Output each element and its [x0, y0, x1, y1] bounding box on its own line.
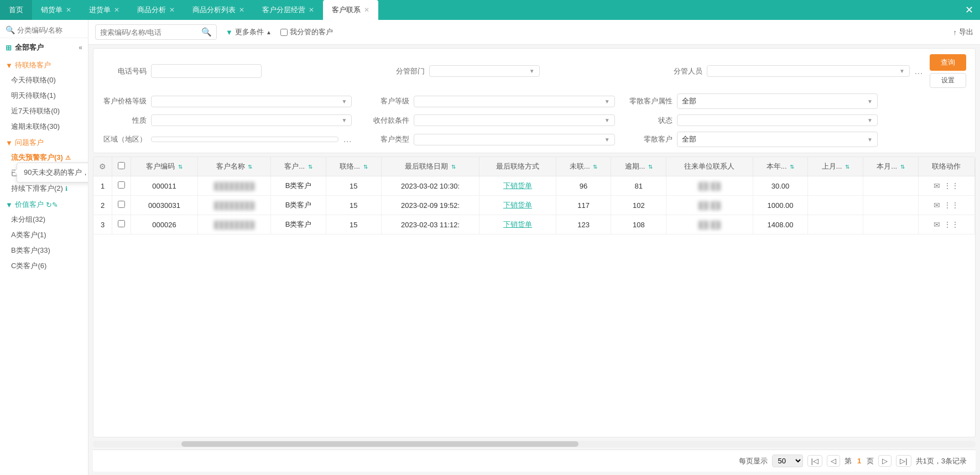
sidebar-item-ungroup[interactable]: 未分组(32): [0, 212, 88, 227]
row-last-way[interactable]: 下销货单: [479, 176, 556, 196]
region-select[interactable]: [151, 137, 338, 142]
payment-select[interactable]: ▼: [414, 114, 614, 126]
sidebar-collapse-btn[interactable]: «: [79, 44, 82, 51]
customer-type-select[interactable]: ▼: [414, 134, 614, 145]
tab-sales-close[interactable]: ✕: [66, 6, 71, 14]
my-customers-checkbox[interactable]: [280, 29, 288, 36]
col-settings[interactable]: ⚙: [93, 157, 112, 176]
next-page-btn[interactable]: ▷: [878, 455, 892, 467]
sidebar-item-declining[interactable]: 持续下滑客户(2) ℹ: [0, 181, 88, 196]
more-action-icon[interactable]: ⋮⋮: [943, 220, 959, 229]
col-type-header[interactable]: 客户... ⇅: [271, 157, 326, 176]
region-more-btn[interactable]: …: [343, 134, 352, 144]
row-select-checkbox[interactable]: [118, 201, 125, 208]
more-action-icon[interactable]: ⋮⋮: [943, 201, 959, 210]
last-way-link[interactable]: 下销货单: [503, 201, 532, 209]
sidebar-group-value[interactable]: ▼ 价值客户 ↻ ✎: [0, 196, 88, 212]
sidebar-item-7days[interactable]: 近7天待联络(0): [0, 103, 88, 119]
last-way-link[interactable]: 下销货单: [503, 181, 532, 190]
price-level-select[interactable]: ▼: [151, 96, 352, 107]
col-no-contact-header[interactable]: 未联... ⇅: [556, 157, 611, 176]
col-last-date-header[interactable]: 最后联络日期 ⇅: [381, 157, 479, 176]
dept-select[interactable]: ▼: [429, 65, 540, 77]
col-this-year-header[interactable]: 本年... ⇅: [753, 157, 808, 176]
settings-icon[interactable]: ⚙: [99, 162, 106, 171]
sidebar-item-c-class[interactable]: C类客户(6): [0, 258, 88, 274]
sidebar-root[interactable]: ⊞ 全部客户 «: [0, 38, 88, 57]
last-way-link[interactable]: 下销货单: [503, 220, 532, 228]
level-select[interactable]: ▼: [414, 96, 614, 107]
tab-customer-contact-close[interactable]: ✕: [364, 6, 369, 14]
row-checkbox[interactable]: [112, 215, 131, 234]
tab-home[interactable]: 首页: [0, 0, 32, 20]
col-unit-header[interactable]: 往来单位联系人: [666, 157, 753, 176]
sidebar-item-b-class[interactable]: B类客户(33): [0, 243, 88, 258]
tab-purchase[interactable]: 进货单 ✕: [80, 0, 128, 20]
pending-arrow-icon: ▼: [6, 61, 13, 70]
status-select[interactable]: ▼: [677, 114, 878, 126]
contact-action-icon[interactable]: ✉: [934, 181, 940, 190]
col-last-way-header[interactable]: 最后联络方式: [479, 157, 556, 176]
sidebar-group-problem[interactable]: ▼ 问题客户: [0, 134, 88, 150]
manager-select[interactable]: ▼: [707, 65, 910, 77]
row-checkbox[interactable]: [112, 196, 131, 215]
phone-input[interactable]: [151, 64, 262, 78]
row-last-way[interactable]: 下销货单: [479, 215, 556, 234]
edit-icon[interactable]: ✎: [52, 201, 58, 209]
search-icon-btn[interactable]: 🔍: [201, 27, 212, 37]
refresh-icon[interactable]: ↻: [46, 201, 52, 209]
table-scrollbar[interactable]: [93, 441, 976, 447]
settings-btn[interactable]: 设置: [930, 73, 966, 88]
sidebar-group-pending[interactable]: ▼ 待联络客户: [0, 57, 88, 72]
per-page-select[interactable]: 50 100: [772, 455, 803, 467]
row-index: 3: [93, 215, 112, 234]
col-overdue-header[interactable]: 逾期... ⇅: [611, 157, 666, 176]
sidebar-search-input[interactable]: [17, 26, 82, 34]
filter-btn[interactable]: ▼ 更多条件 ▲: [221, 25, 276, 39]
tab-purchase-close[interactable]: ✕: [114, 6, 119, 14]
col-contact-header[interactable]: 联络... ⇅: [326, 157, 381, 176]
tab-customer-layer-close[interactable]: ✕: [309, 6, 314, 14]
row-checkbox[interactable]: [112, 176, 131, 196]
my-customers-checkbox-wrap[interactable]: 我分管的客户: [280, 27, 333, 37]
table-scroll-thumb[interactable]: [181, 441, 578, 447]
prev-page-btn[interactable]: ◁: [827, 455, 840, 467]
col-this-month-header[interactable]: 本月... ⇅: [863, 157, 919, 176]
first-page-btn[interactable]: |◁: [807, 455, 822, 467]
select-all-checkbox[interactable]: [118, 162, 125, 169]
tab-goods-analysis[interactable]: 商品分析 ✕: [128, 0, 184, 20]
col-name-header[interactable]: 客户名称 ⇅: [197, 157, 270, 176]
col-last-month-header[interactable]: 上月... ⇅: [808, 157, 863, 176]
contact-action-icon[interactable]: ✉: [934, 220, 940, 229]
sidebar-item-today[interactable]: 今天待联络(0): [0, 72, 88, 88]
sidebar-item-a-class[interactable]: A类客户(1): [0, 227, 88, 243]
row-select-checkbox[interactable]: [118, 220, 125, 227]
tab-goods-analysis-list-close[interactable]: ✕: [239, 6, 244, 14]
export-btn[interactable]: ↑ 导出: [953, 27, 974, 37]
tab-goods-analysis-list[interactable]: 商品分析列表 ✕: [184, 0, 253, 20]
filter-cell-zero-customer: 零散客户 全部 ▼: [628, 132, 878, 147]
filter-row-2: 客户价格等级 ▼ 客户等级 ▼ 零散客户属性: [102, 93, 966, 109]
sidebar-item-overdue-contact[interactable]: 逾期未联络(30): [0, 119, 88, 134]
col-code-header[interactable]: 客户编码 ⇅: [131, 157, 198, 176]
query-btn[interactable]: 查询: [930, 54, 966, 71]
zero-attr-select[interactable]: 全部 ▼: [677, 93, 878, 109]
tab-sales[interactable]: 销货单 ✕: [32, 0, 80, 20]
no-contact-sort-icon: ⇅: [593, 164, 597, 170]
level-label: 客户等级: [365, 96, 409, 106]
tab-customer-layer[interactable]: 客户分层经营 ✕: [253, 0, 323, 20]
manager-more-btn[interactable]: …: [914, 66, 923, 76]
last-page-btn[interactable]: ▷|: [896, 455, 911, 467]
row-select-checkbox[interactable]: [118, 181, 125, 189]
sidebar-item-tomorrow[interactable]: 明天待联络(1): [0, 88, 88, 103]
tab-goods-analysis-close[interactable]: ✕: [169, 6, 175, 14]
nature-select[interactable]: ▼: [151, 114, 352, 126]
row-type: B类客户: [271, 176, 326, 196]
window-close-btn[interactable]: ✕: [965, 4, 973, 16]
search-input[interactable]: [100, 28, 199, 36]
tab-customer-contact[interactable]: 客户联系 ✕: [323, 0, 378, 20]
zero-customer-select[interactable]: 全部 ▼: [677, 132, 878, 147]
row-last-way[interactable]: 下销货单: [479, 196, 556, 215]
more-action-icon[interactable]: ⋮⋮: [943, 181, 959, 190]
contact-action-icon[interactable]: ✉: [934, 201, 940, 210]
